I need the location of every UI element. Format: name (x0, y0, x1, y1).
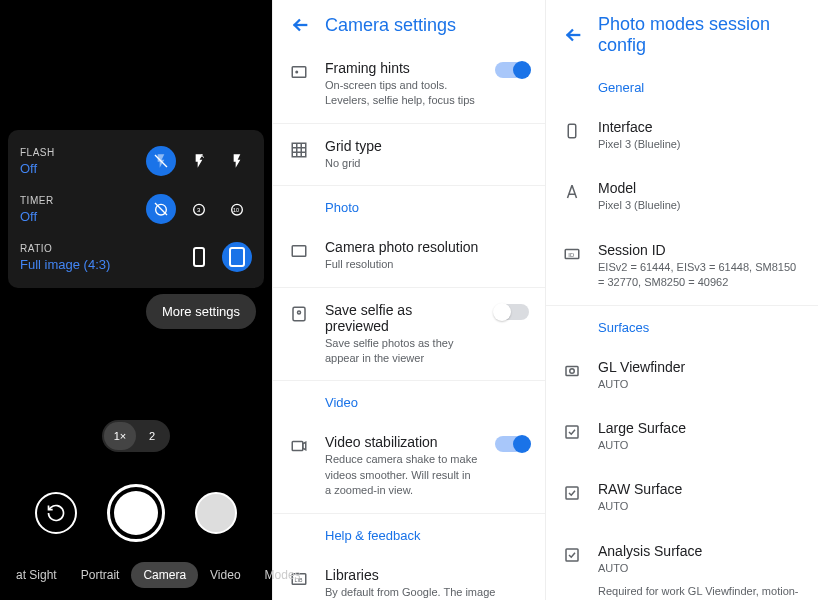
svg-point-20 (298, 311, 301, 314)
analysis-surface-extra: Required for work GL Viewfinder, motion-… (598, 584, 802, 600)
timer-setting-row[interactable]: TIMER Off 3 10 (20, 194, 252, 224)
back-arrow-icon[interactable] (289, 14, 311, 36)
svg-rect-13 (292, 143, 306, 157)
zoom-1x[interactable]: 1× (104, 422, 136, 450)
svg-rect-31 (566, 366, 578, 375)
config-header: Photo modes session config (546, 0, 818, 66)
compass-icon (562, 182, 582, 202)
selfie-toggle[interactable] (495, 304, 529, 320)
session-id-sub: EISv2 = 61444, EISv3 = 61448, SM8150 = 3… (598, 260, 802, 291)
zoom-2x[interactable]: 2 (136, 422, 168, 450)
ratio-value: Full image (4:3) (20, 257, 110, 272)
raw-surface-label: RAW Surface (598, 481, 802, 497)
flash-on-icon[interactable] (222, 146, 252, 176)
config-analysis-surface[interactable]: Analysis Surface AUTO Required for work … (546, 529, 818, 600)
config-large-surface[interactable]: Large Surface AUTO (546, 406, 818, 467)
gallery-thumbnail[interactable] (195, 492, 237, 534)
stabilization-sub: Reduce camera shake to make videos smoot… (325, 452, 479, 498)
session-config-panel: Photo modes session config General Inter… (545, 0, 818, 600)
shutter-button[interactable] (107, 484, 165, 542)
interface-sub: Pixel 3 (Blueline) (598, 137, 802, 152)
check-square-icon (562, 545, 582, 565)
svg-rect-11 (292, 67, 306, 78)
session-id-label: Session ID (598, 242, 802, 258)
svg-text:A: A (200, 153, 204, 159)
camera-flip-button[interactable] (35, 492, 77, 534)
phone-icon (562, 121, 582, 141)
framing-hints-label: Framing hints (325, 60, 479, 76)
selfie-label: Save selfie as previewed (325, 302, 479, 334)
analysis-surface-label: Analysis Surface (598, 543, 802, 559)
gl-viewfinder-label: GL Viewfinder (598, 359, 802, 375)
resolution-sub: Full resolution (325, 257, 529, 272)
svg-rect-18 (292, 246, 306, 257)
config-gl-viewfinder[interactable]: GL Viewfinder AUTO (546, 345, 818, 406)
id-icon: ID (562, 244, 582, 264)
svg-rect-9 (230, 248, 244, 266)
selfie-sub: Save selfie photos as they appear in the… (325, 336, 479, 367)
config-title: Photo modes session config (598, 14, 802, 56)
interface-label: Interface (598, 119, 802, 135)
mode-camera[interactable]: Camera (131, 562, 198, 588)
photo-section-header: Photo (273, 186, 545, 225)
mode-modes[interactable]: Modes (253, 562, 313, 588)
config-model[interactable]: Model Pixel 3 (Blueline) (546, 166, 818, 227)
help-section-header: Help & feedback (273, 514, 545, 553)
check-square-icon (562, 422, 582, 442)
grid-sub: No grid (325, 156, 529, 171)
svg-text:10: 10 (233, 207, 239, 213)
quick-settings-panel: FLASH Off A TIMER Off 3 10 RATIO (8, 130, 264, 288)
selfie-icon (289, 304, 309, 324)
config-interface[interactable]: Interface Pixel 3 (Blueline) (546, 105, 818, 166)
framing-hints-icon (289, 62, 309, 82)
grid-icon (289, 140, 309, 160)
flash-auto-icon[interactable]: A (184, 146, 214, 176)
setting-libraries[interactable]: LIB Libraries By default from Google. Th… (273, 553, 545, 600)
svg-rect-33 (566, 426, 578, 438)
settings-title: Camera settings (325, 15, 456, 36)
setting-save-selfie[interactable]: Save selfie as previewed Save selfie pho… (273, 288, 545, 382)
mode-tabs: at Sight Portrait Camera Video Modes (0, 562, 272, 588)
timer-10s-icon[interactable]: 10 (222, 194, 252, 224)
mode-portrait[interactable]: Portrait (69, 562, 132, 588)
svg-rect-8 (194, 248, 204, 266)
stabilization-label: Video stabilization (325, 434, 479, 450)
camera-controls (0, 484, 272, 542)
svg-text:ID: ID (568, 252, 575, 258)
camera-viewfinder: FLASH Off A TIMER Off 3 10 RATIO (0, 0, 272, 600)
stabilization-toggle[interactable] (495, 436, 529, 452)
svg-point-12 (296, 71, 298, 73)
resolution-label: Camera photo resolution (325, 239, 529, 255)
setting-video-stabilization[interactable]: Video stabilization Reduce camera shake … (273, 420, 545, 513)
grid-label: Grid type (325, 138, 529, 154)
svg-rect-35 (566, 549, 578, 561)
svg-marker-22 (303, 443, 306, 451)
mode-video[interactable]: Video (198, 562, 252, 588)
setting-photo-resolution[interactable]: Camera photo resolution Full resolution (273, 225, 545, 287)
setting-framing-hints[interactable]: Framing hints On-screen tips and tools. … (273, 46, 545, 124)
timer-value: Off (20, 209, 54, 224)
flash-label: FLASH (20, 147, 55, 158)
model-sub: Pixel 3 (Blueline) (598, 198, 802, 213)
zoom-controls: 1× 2 (102, 420, 170, 452)
ratio-full-icon[interactable] (222, 242, 252, 272)
flash-off-icon[interactable] (146, 146, 176, 176)
mode-night-sight[interactable]: at Sight (4, 562, 69, 588)
more-settings-button[interactable]: More settings (146, 294, 256, 329)
setting-grid-type[interactable]: Grid type No grid (273, 124, 545, 186)
stabilization-icon (289, 436, 309, 456)
resolution-icon (289, 241, 309, 261)
framing-hints-toggle[interactable] (495, 62, 529, 78)
ratio-tall-icon[interactable] (184, 242, 214, 272)
timer-3s-icon[interactable]: 3 (184, 194, 214, 224)
config-session-id[interactable]: ID Session ID EISv2 = 61444, EISv3 = 614… (546, 228, 818, 306)
flash-setting-row[interactable]: FLASH Off A (20, 146, 252, 176)
large-surface-label: Large Surface (598, 420, 802, 436)
config-raw-surface[interactable]: RAW Surface AUTO (546, 467, 818, 528)
video-section-header: Video (273, 381, 545, 420)
ratio-setting-row[interactable]: RATIO Full image (4:3) (20, 242, 252, 272)
ratio-label: RATIO (20, 243, 110, 254)
timer-off-icon[interactable] (146, 194, 176, 224)
svg-text:3: 3 (197, 207, 201, 213)
back-arrow-icon[interactable] (562, 24, 584, 46)
